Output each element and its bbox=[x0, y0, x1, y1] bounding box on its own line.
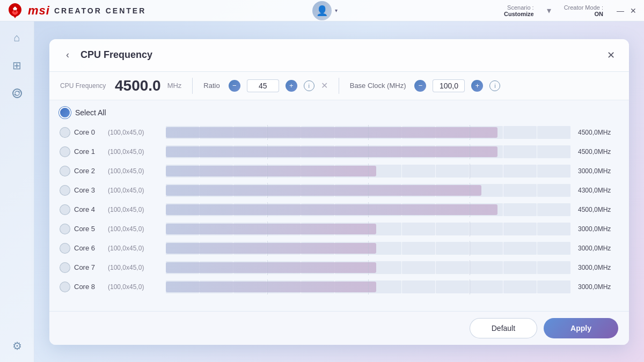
core-freq-7: 3000,0MHz bbox=[578, 264, 618, 271]
default-button[interactable]: Default bbox=[470, 318, 537, 338]
sidebar-item-home[interactable]: ⌂ bbox=[8, 28, 27, 47]
core-row-7[interactable]: Core 7 (100,0x45,0) 3000,0MHz bbox=[60, 258, 618, 277]
close-window-button[interactable]: ✕ bbox=[629, 6, 638, 15]
bar-segment bbox=[537, 165, 570, 178]
baseclock-decrease-button[interactable]: − bbox=[414, 80, 426, 92]
bar-segment bbox=[470, 261, 503, 274]
creator-mode-info: Creator Mode : ON bbox=[564, 4, 603, 17]
core-radio-3[interactable] bbox=[60, 186, 70, 195]
core-bar-fill-3 bbox=[166, 185, 481, 196]
core-name-8: Core 8 bbox=[74, 283, 104, 291]
core-bar-fill-6 bbox=[166, 243, 376, 254]
core-chart-6 bbox=[166, 241, 570, 256]
core-row-4[interactable]: Core 4 (100,0x45,0) 4500,0MHz bbox=[60, 200, 618, 219]
bar-segment bbox=[470, 242, 503, 255]
grid-line-50 bbox=[368, 221, 369, 237]
profile-section[interactable]: 👤 ▾ bbox=[312, 1, 338, 20]
grid-line-50 bbox=[368, 164, 369, 179]
core-row-6[interactable]: Core 6 (100,0x45,0) 3000,0MHz bbox=[60, 239, 618, 258]
dialog-close-button[interactable]: ✕ bbox=[603, 48, 618, 63]
core-freq-1: 4500,0MHz bbox=[578, 148, 618, 156]
cpu-freq-unit: MHz bbox=[167, 82, 182, 90]
grid-line-25 bbox=[267, 125, 268, 140]
core-chart-8 bbox=[166, 279, 570, 294]
select-all-label: Select All bbox=[75, 108, 106, 117]
core-name-7: Core 7 bbox=[74, 263, 104, 271]
select-all-row[interactable]: Select All bbox=[60, 105, 618, 121]
baseclock-value-box[interactable]: 100,0 bbox=[433, 79, 465, 92]
grid-line-75 bbox=[470, 241, 470, 256]
core-radio-1[interactable] bbox=[60, 147, 70, 157]
ratio-info-button[interactable]: i bbox=[304, 80, 314, 91]
bar-segment bbox=[503, 184, 537, 197]
grid-line-75 bbox=[470, 183, 470, 198]
core-chart-5 bbox=[166, 221, 570, 237]
profile-avatar[interactable]: 👤 bbox=[312, 1, 332, 20]
bar-segment bbox=[537, 280, 570, 293]
grid-line-25 bbox=[267, 221, 268, 237]
grid-line-75 bbox=[470, 164, 470, 179]
core-params-0: (100,0x45,0) bbox=[108, 129, 162, 136]
main-layout: ⌂ ⊞ ⚙ ‹ CPU Frequency ✕ CPU Frequ bbox=[0, 21, 644, 362]
title-bar: msi CREATOR CENTER 👤 ▾ Scenario : Custom… bbox=[0, 0, 644, 21]
bar-segment bbox=[503, 165, 537, 178]
bar-segment bbox=[503, 261, 537, 274]
ratio-increase-button[interactable]: + bbox=[286, 80, 297, 92]
sidebar: ⌂ ⊞ ⚙ bbox=[0, 21, 34, 362]
core-freq-3: 4300,0MHz bbox=[578, 187, 618, 194]
bar-segment bbox=[402, 223, 435, 235]
baseclock-increase-button[interactable]: + bbox=[471, 80, 483, 92]
core-radio-7[interactable] bbox=[60, 263, 70, 272]
scenario-dropdown-icon[interactable]: ▾ bbox=[547, 5, 551, 16]
core-radio-6[interactable] bbox=[60, 243, 70, 253]
minimize-button[interactable]: — bbox=[616, 6, 625, 15]
back-button[interactable]: ‹ bbox=[60, 48, 75, 63]
core-row-1[interactable]: Core 1 (100,0x45,0) 4500,0MHz bbox=[60, 142, 618, 161]
core-freq-5: 3000,0MHz bbox=[578, 225, 618, 233]
ratio-value-box[interactable]: 45 bbox=[247, 79, 279, 92]
sidebar-item-apps[interactable]: ⊞ bbox=[8, 56, 27, 75]
core-freq-0: 4500,0MHz bbox=[578, 129, 618, 136]
ratio-decrease-button[interactable]: − bbox=[229, 80, 240, 92]
core-row-8[interactable]: Core 8 (100,0x45,0) 3000,0MHz bbox=[60, 277, 618, 297]
creator-mode-value: ON bbox=[564, 11, 603, 17]
core-row-2[interactable]: Core 2 (100,0x45,0) 3000,0MHz bbox=[60, 161, 618, 181]
bar-segment bbox=[470, 165, 503, 178]
frequency-control-bar: CPU Frequency 4500.0 MHz Ratio − 45 + i … bbox=[49, 72, 629, 100]
core-freq-8: 3000,0MHz bbox=[578, 283, 618, 291]
baseclock-label: Base Clock (MHz) bbox=[350, 82, 406, 90]
bar-segment bbox=[537, 203, 570, 216]
bar-segment bbox=[436, 261, 469, 274]
core-freq-6: 3000,0MHz bbox=[578, 245, 618, 252]
core-name-0: Core 0 bbox=[74, 128, 104, 136]
core-params-5: (100,0x45,0) bbox=[108, 225, 162, 233]
core-chart-2 bbox=[166, 164, 570, 179]
core-radio-5[interactable] bbox=[60, 224, 70, 234]
grid-line-25 bbox=[267, 183, 268, 198]
core-row-3[interactable]: Core 3 (100,0x45,0) 4300,0MHz bbox=[60, 181, 618, 200]
cpu-freq-value: 4500.0 bbox=[115, 77, 161, 94]
dialog-footer: Default Apply bbox=[49, 311, 629, 345]
core-radio-2[interactable] bbox=[60, 166, 70, 176]
bar-segment bbox=[436, 223, 469, 235]
bar-segment bbox=[503, 242, 537, 255]
apply-button[interactable]: Apply bbox=[544, 318, 618, 338]
grid-line-25 bbox=[267, 279, 268, 294]
core-params-8: (100,0x45,0) bbox=[108, 283, 162, 291]
bar-segment bbox=[402, 165, 435, 178]
bar-segment bbox=[402, 280, 435, 293]
core-row-0[interactable]: Core 0 (100,0x45,0) 4500,0MHz bbox=[60, 123, 618, 142]
profile-dropdown-icon[interactable]: ▾ bbox=[335, 8, 338, 13]
core-radio-8[interactable] bbox=[60, 282, 70, 292]
core-radio-0[interactable] bbox=[60, 128, 70, 137]
sidebar-item-settings[interactable]: ⚙ bbox=[8, 336, 27, 356]
grid-line-25 bbox=[267, 164, 268, 179]
bar-segment bbox=[436, 280, 469, 293]
core-bar-fill-8 bbox=[166, 282, 376, 292]
svg-point-0 bbox=[13, 89, 21, 98]
baseclock-info-button[interactable]: i bbox=[489, 80, 500, 91]
sidebar-item-sync[interactable] bbox=[8, 84, 27, 103]
core-row-5[interactable]: Core 5 (100,0x45,0) 3000,0MHz bbox=[60, 219, 618, 239]
select-all-radio[interactable] bbox=[60, 108, 70, 117]
core-radio-4[interactable] bbox=[60, 205, 70, 215]
